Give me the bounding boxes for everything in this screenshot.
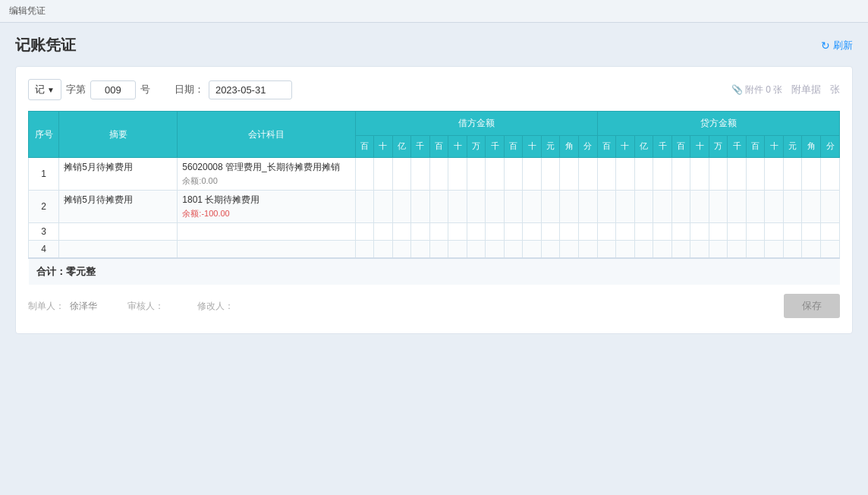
row-2-credit-12[interactable] <box>821 223 840 241</box>
row-1-credit-1[interactable] <box>616 191 635 223</box>
row-3-credit-8[interactable] <box>746 241 765 259</box>
row-0-credit-8[interactable] <box>746 158 765 191</box>
row-2-debit-2[interactable] <box>392 223 411 241</box>
row-3-debit-12[interactable] <box>578 241 597 259</box>
row-3-credit-2[interactable] <box>634 241 653 259</box>
row-3-debit-5[interactable] <box>448 241 467 259</box>
row-summary-1[interactable]: 摊销5月待摊费用 <box>59 191 178 223</box>
row-2-debit-7[interactable] <box>486 223 505 241</box>
row-2-credit-4[interactable] <box>671 223 690 241</box>
row-3-debit-10[interactable] <box>541 241 560 259</box>
row-1-debit-9[interactable] <box>523 191 542 223</box>
date-input[interactable] <box>209 80 292 99</box>
row-2-debit-9[interactable] <box>523 223 542 241</box>
row-3-credit-3[interactable] <box>653 241 672 259</box>
row-1-credit-6[interactable] <box>709 191 728 223</box>
row-1-debit-11[interactable] <box>560 191 579 223</box>
row-0-credit-2[interactable] <box>634 158 653 191</box>
row-summary-3[interactable] <box>59 241 178 259</box>
row-0-credit-4[interactable] <box>671 158 690 191</box>
row-1-credit-12[interactable] <box>821 191 840 223</box>
row-3-debit-9[interactable] <box>523 241 542 259</box>
row-0-credit-7[interactable] <box>728 158 747 191</box>
row-3-debit-3[interactable] <box>411 241 430 259</box>
row-1-credit-7[interactable] <box>728 191 747 223</box>
row-0-debit-0[interactable] <box>355 158 374 191</box>
row-2-debit-11[interactable] <box>560 223 579 241</box>
row-1-debit-1[interactable] <box>374 191 393 223</box>
row-2-credit-8[interactable] <box>746 223 765 241</box>
row-2-credit-11[interactable] <box>802 223 821 241</box>
row-3-debit-7[interactable] <box>486 241 505 259</box>
row-summary-0[interactable]: 摊销5月待摊费用 <box>59 158 178 191</box>
row-1-debit-2[interactable] <box>392 191 411 223</box>
row-2-credit-0[interactable] <box>597 223 616 241</box>
row-0-debit-12[interactable] <box>578 158 597 191</box>
row-3-credit-4[interactable] <box>671 241 690 259</box>
row-0-debit-7[interactable] <box>486 158 505 191</box>
row-0-credit-1[interactable] <box>616 158 635 191</box>
row-account-0[interactable]: 56020008 管理费用_长期待摊费用摊销余额:0.00 <box>178 158 355 191</box>
row-2-debit-4[interactable] <box>429 223 448 241</box>
row-1-credit-9[interactable] <box>765 191 784 223</box>
row-3-credit-1[interactable] <box>616 241 635 259</box>
row-1-debit-7[interactable] <box>486 191 505 223</box>
row-0-credit-11[interactable] <box>802 158 821 191</box>
row-1-credit-3[interactable] <box>653 191 672 223</box>
row-1-debit-0[interactable] <box>355 191 374 223</box>
row-2-debit-10[interactable] <box>541 223 560 241</box>
row-0-credit-0[interactable] <box>597 158 616 191</box>
row-2-debit-8[interactable] <box>504 223 523 241</box>
row-3-debit-2[interactable] <box>392 241 411 259</box>
row-2-credit-1[interactable] <box>616 223 635 241</box>
row-1-credit-11[interactable] <box>802 191 821 223</box>
row-1-credit-4[interactable] <box>671 191 690 223</box>
row-1-debit-3[interactable] <box>411 191 430 223</box>
row-0-credit-3[interactable] <box>653 158 672 191</box>
refresh-button[interactable]: ↻ 刷新 <box>821 39 853 52</box>
row-1-debit-12[interactable] <box>578 191 597 223</box>
row-0-debit-8[interactable] <box>504 158 523 191</box>
row-3-credit-9[interactable] <box>765 241 784 259</box>
row-2-debit-5[interactable] <box>448 223 467 241</box>
row-3-credit-7[interactable] <box>728 241 747 259</box>
row-2-credit-6[interactable] <box>709 223 728 241</box>
row-2-debit-6[interactable] <box>467 223 486 241</box>
row-1-debit-4[interactable] <box>429 191 448 223</box>
row-2-debit-1[interactable] <box>374 223 393 241</box>
row-3-credit-12[interactable] <box>821 241 840 259</box>
row-account-2[interactable] <box>178 223 355 241</box>
row-account-1[interactable]: 1801 长期待摊费用余额:-100.00 <box>178 191 355 223</box>
row-3-credit-11[interactable] <box>802 241 821 259</box>
row-0-debit-9[interactable] <box>523 158 542 191</box>
row-3-debit-0[interactable] <box>355 241 374 259</box>
row-0-credit-9[interactable] <box>765 158 784 191</box>
row-0-credit-6[interactable] <box>709 158 728 191</box>
row-3-credit-0[interactable] <box>597 241 616 259</box>
row-1-credit-0[interactable] <box>597 191 616 223</box>
type-dropdown[interactable]: 记 ▼ <box>28 79 61 100</box>
row-2-credit-3[interactable] <box>653 223 672 241</box>
row-1-credit-10[interactable] <box>783 191 802 223</box>
row-1-debit-10[interactable] <box>541 191 560 223</box>
row-0-debit-11[interactable] <box>560 158 579 191</box>
row-0-debit-1[interactable] <box>374 158 393 191</box>
row-3-credit-6[interactable] <box>709 241 728 259</box>
row-3-debit-1[interactable] <box>374 241 393 259</box>
voucher-number-input[interactable] <box>90 80 136 99</box>
row-1-debit-8[interactable] <box>504 191 523 223</box>
row-2-credit-9[interactable] <box>765 223 784 241</box>
row-0-debit-6[interactable] <box>467 158 486 191</box>
save-button[interactable]: 保存 <box>784 294 840 318</box>
row-0-credit-5[interactable] <box>690 158 709 191</box>
row-0-debit-5[interactable] <box>448 158 467 191</box>
row-0-debit-4[interactable] <box>429 158 448 191</box>
row-3-debit-6[interactable] <box>467 241 486 259</box>
row-0-debit-3[interactable] <box>411 158 430 191</box>
row-1-credit-5[interactable] <box>690 191 709 223</box>
row-0-debit-2[interactable] <box>392 158 411 191</box>
row-3-credit-10[interactable] <box>783 241 802 259</box>
row-2-credit-5[interactable] <box>690 223 709 241</box>
attach-doc-label[interactable]: 附单据 <box>791 83 821 96</box>
row-3-debit-4[interactable] <box>429 241 448 259</box>
